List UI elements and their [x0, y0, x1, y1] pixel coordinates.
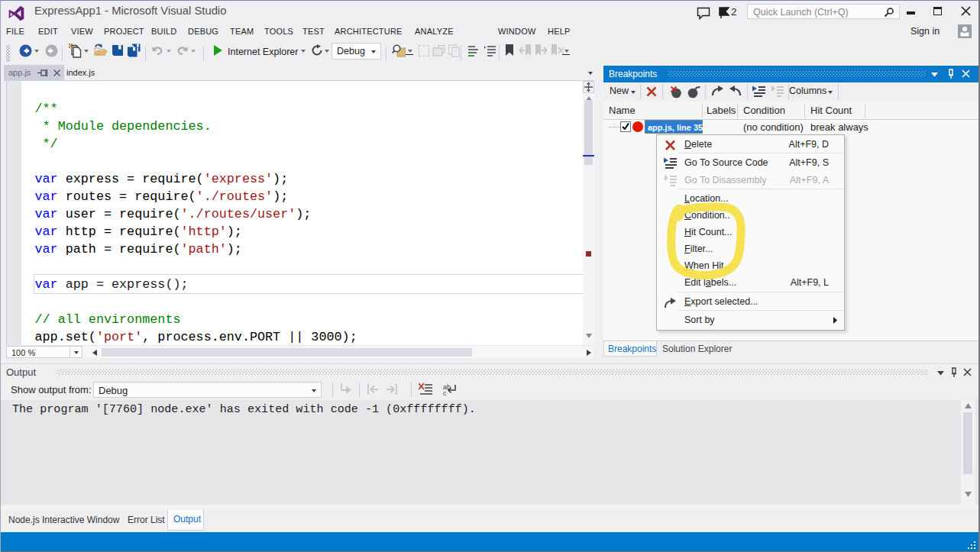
svg-text:c: c — [443, 389, 447, 396]
